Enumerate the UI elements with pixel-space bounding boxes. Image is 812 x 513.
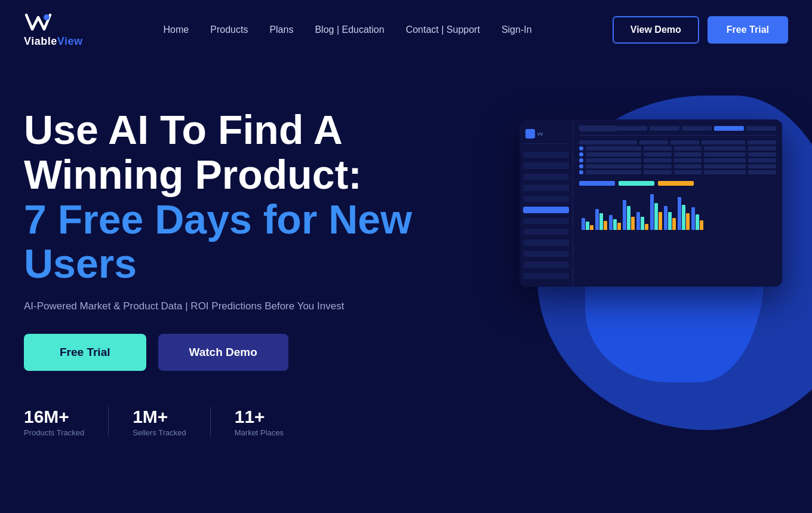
bar-5-blue	[636, 212, 640, 230]
dash-table-row-3	[579, 158, 776, 162]
dash-row5-c4	[704, 170, 746, 174]
nav-item-signin[interactable]: Sign-In	[502, 24, 532, 35]
bar-8-blue	[678, 197, 681, 230]
dash-row5-c1	[586, 170, 641, 174]
chart-legend-blue	[579, 181, 615, 186]
chart-bar-group-4	[623, 200, 635, 230]
dash-row2-c2	[644, 152, 672, 156]
chart-bar-group-1	[582, 218, 593, 230]
dash-row5-c5	[748, 170, 776, 174]
sidebar-item-11	[523, 262, 569, 268]
nav-item-home[interactable]: Home	[164, 24, 189, 35]
bar-7-blue	[664, 206, 668, 230]
dash-table-row-5	[579, 170, 776, 174]
dash-row3-c1	[586, 158, 641, 162]
bar-9-orange	[700, 220, 703, 230]
chart-bar-group-5	[636, 212, 648, 230]
stat-markets-label: Market Places	[235, 428, 284, 437]
bar-7-teal	[668, 212, 672, 230]
sidebar-logo-dot	[525, 129, 535, 139]
bar-3-blue	[609, 215, 613, 230]
free-trial-hero-button[interactable]: Free Trial	[24, 334, 146, 371]
chart-legend-teal	[619, 181, 654, 186]
hero-subtitle: AI-Powered Market & Product Data | ROI P…	[24, 300, 430, 312]
dash-tab-3	[682, 126, 712, 131]
bar-2-teal	[599, 213, 603, 230]
bar-3-teal	[613, 219, 617, 230]
dash-row1-dot	[579, 146, 583, 150]
logo[interactable]: ViableView	[24, 13, 82, 48]
logo-text: ViableView	[24, 35, 82, 48]
chart-legend-orange	[658, 181, 694, 186]
dash-row4-c3	[674, 164, 702, 168]
bar-1-blue	[582, 218, 585, 230]
dash-row4-c2	[644, 164, 672, 168]
view-demo-button[interactable]: View Demo	[613, 16, 699, 44]
dash-row4-c5	[748, 164, 776, 168]
bar-9-teal	[696, 214, 699, 230]
bar-6-orange	[659, 212, 662, 230]
nav-item-blog[interactable]: Blog | Education	[315, 24, 384, 35]
sidebar-item-8	[523, 229, 569, 235]
dash-cell-h4	[702, 140, 745, 145]
dash-tab-2	[650, 126, 679, 131]
stat-markets-number: 11+	[235, 407, 265, 427]
stat-sellers: 1M+ Sellers Tracked	[133, 407, 211, 437]
logo-icon	[24, 13, 53, 34]
bar-6-blue	[650, 194, 654, 230]
dash-tab-4-active	[714, 126, 744, 131]
dash-title	[579, 125, 617, 131]
sidebar-item-5	[523, 196, 569, 202]
hero-section: Use AI To Find A Winning Product: 7 Free…	[0, 60, 812, 466]
hero-title-white: Use AI To Find A Winning Product:	[24, 107, 430, 197]
chart-legend	[579, 181, 776, 186]
sidebar-item-6-active	[523, 207, 569, 213]
dash-row2-c3	[674, 152, 702, 156]
dash-table-row-1	[579, 146, 776, 150]
dash-row1-c5	[748, 146, 776, 150]
chart-bar-group-2	[595, 209, 607, 230]
stat-sellers-label: Sellers Tracked	[133, 428, 186, 437]
bar-1-teal	[586, 222, 589, 230]
sidebar-item-12	[523, 273, 569, 279]
dash-row5-c3	[674, 170, 702, 174]
dash-table-header	[579, 140, 776, 145]
nav-actions: View Demo Free Trial	[613, 16, 788, 44]
dashboard-sidebar: VV	[519, 119, 573, 287]
watch-demo-button[interactable]: Watch Demo	[158, 334, 288, 371]
bar-1-orange	[590, 225, 593, 230]
bar-5-teal	[641, 217, 644, 230]
bar-8-orange	[686, 213, 690, 230]
stat-sellers-number: 1M+	[133, 407, 168, 427]
hero-title-blue: 7 Free Days for New Users	[24, 197, 430, 287]
dash-tab-1	[617, 126, 647, 131]
dash-row1-c1	[586, 146, 641, 150]
dash-cell-h3	[670, 140, 699, 145]
bar-4-orange	[631, 217, 635, 230]
dash-row3-c2	[644, 158, 672, 162]
free-trial-nav-button[interactable]: Free Trial	[708, 16, 788, 44]
dash-cell-h5	[748, 140, 776, 145]
dash-row4-dot	[579, 164, 583, 168]
navbar: ViableView Home Products Plans Blog | Ed…	[0, 0, 812, 60]
dash-row3-c3	[674, 158, 702, 162]
dash-tab-5	[746, 126, 776, 131]
bar-3-orange	[617, 223, 621, 230]
sidebar-item-3	[523, 174, 569, 180]
dashboard-mockup: VV	[519, 119, 782, 287]
bar-8-teal	[682, 205, 685, 230]
nav-item-products[interactable]: Products	[210, 24, 248, 35]
dash-cell-h2	[639, 140, 668, 145]
dash-row1-c3	[674, 146, 702, 150]
dash-row1-c2	[644, 146, 672, 150]
dash-tab-row	[617, 126, 776, 131]
nav-item-contact[interactable]: Contact | Support	[406, 24, 480, 35]
stat-markets: 11+ Market Places	[235, 407, 307, 437]
dash-row3-c4	[704, 158, 746, 162]
nav-item-plans[interactable]: Plans	[269, 24, 293, 35]
chart-bar-group-6	[650, 194, 662, 230]
hero-visual: VV	[466, 60, 812, 466]
chart-bar-group-8	[678, 197, 690, 230]
stat-products-number: 16M+	[24, 407, 69, 427]
dash-row4-c4	[704, 164, 746, 168]
